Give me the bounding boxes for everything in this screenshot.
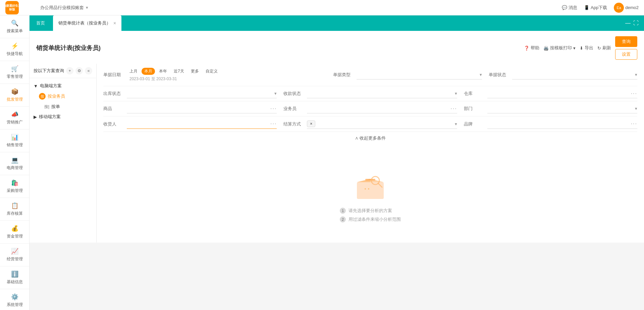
sidebar-item-marketing[interactable]: 📣 营销推广 (0, 107, 29, 130)
sidebar-item-search-menu[interactable]: 🔍 搜索菜单 (0, 15, 29, 38)
filter-out-status-label: 出库状态 (103, 91, 127, 97)
print-button[interactable]: 🖨️ 按模板打印 ▾ (543, 45, 576, 51)
empty-hints: 1 请先选择要分析的方案 2 用过滤条件来缩小分析范围 (340, 208, 401, 222)
tree-group-mobile-arrow-icon: ▶ (34, 114, 37, 119)
filter-payment-method-control[interactable]: × ▾ (307, 119, 457, 129)
refresh-button[interactable]: ↻ 刷新 (597, 45, 611, 51)
tab-maximize-icon[interactable]: ⛶ (633, 20, 639, 26)
filter-receiver-item: 收货人 ··· (103, 119, 277, 129)
tree-subitem-by-order[interactable]: 按| 按单 (30, 102, 96, 112)
date-tab-last-month[interactable]: 上月 (127, 68, 140, 75)
date-tab-last-7days[interactable]: 近7天 (171, 68, 187, 75)
empty-hint-1: 1 请先选择要分析的方案 (340, 208, 401, 214)
sidebar-item-operation[interactable]: 📈 经营管理 (0, 244, 29, 266)
filter-panel: 单据日期 上月 本月 本年 近7天 更多 自定义 (97, 64, 644, 149)
tab-close-icon[interactable]: × (113, 20, 116, 26)
user-area[interactable]: Ea demo2 (614, 3, 639, 13)
sidebar-item-finance[interactable]: 💰 资金管理 (0, 221, 29, 244)
date-range-text: 2023-03-01 至 2023-03-31 (129, 76, 177, 82)
settings-button[interactable]: 设置 (615, 49, 637, 60)
tree-item-by-staff[interactable]: 按 按业务员 (30, 91, 96, 102)
date-tab-more[interactable]: 更多 (188, 68, 202, 75)
sidebar-item-basic[interactable]: ℹ️ 基础信息 (0, 266, 29, 289)
filter-brand-label: 品牌 (464, 121, 487, 127)
basic-icon: ℹ️ (11, 270, 18, 278)
content-area: 首页 销货单统计表（按业务员） × — ⛶ 销货单统计表(按业务员) ❓ (30, 15, 644, 310)
sidebar-item-wholesale[interactable]: 📦 批发管理 (0, 84, 29, 107)
sidebar-item-purchase[interactable]: 🛍️ 采购管理 (0, 175, 29, 198)
sidebar-item-quick-nav[interactable]: ⚡ 快捷导航 (0, 38, 29, 61)
filter-product-control[interactable]: ··· (127, 104, 277, 113)
print-arrow-icon: ▾ (573, 46, 576, 51)
brand-dots-icon: ··· (631, 121, 637, 127)
filter-brand-control[interactable]: ··· (487, 119, 637, 129)
print-icon: 🖨️ (543, 46, 549, 51)
sidebar-item-ecommerce[interactable]: 💻 电商管理 (0, 152, 29, 175)
help-icon: ❓ (524, 46, 529, 51)
receiver-dots-icon: ··· (270, 121, 277, 127)
filter-receiver-control[interactable]: ··· (127, 119, 277, 129)
filter-staff-label: 业务员 (283, 106, 307, 112)
date-tab-this-month[interactable]: 本月 (142, 68, 155, 75)
tree-group-mobile-header[interactable]: ▶ 移动端方案 (30, 112, 96, 122)
payment-method-tag-close-icon[interactable]: × (310, 121, 312, 126)
collapse-conditions-button[interactable]: ∧ 收起更多条件 (355, 135, 386, 141)
tab-home[interactable]: 首页 (30, 15, 52, 31)
operation-icon: 📈 (11, 248, 18, 255)
app-download-button[interactable]: 📱 App下载 (584, 5, 607, 11)
sidebar-item-inventory[interactable]: 📋 库存核算 (0, 198, 29, 221)
filter-out-status-control[interactable]: ▾ (127, 89, 277, 98)
filter-payment-status-control[interactable]: ▾ (307, 89, 457, 98)
app-selector[interactable]: 办公用品行业模拟账套 ▾ (35, 5, 562, 11)
filter-date-item: 单据日期 上月 本月 本年 近7天 更多 自定义 (103, 66, 326, 83)
filter-dept-control[interactable]: ▾ (487, 104, 637, 113)
out-status-arrow-icon: ▾ (274, 91, 277, 96)
scheme-settings-button[interactable]: ⚙ (75, 67, 83, 74)
payment-method-arrow-icon: ▾ (455, 121, 457, 126)
message-icon: 💬 (562, 5, 567, 10)
filter-doc-type-control[interactable]: ▾ (357, 70, 482, 80)
filter-warehouse-label: 仓库 (464, 91, 487, 97)
logo-area: 畅捷通好生意 标版 (5, 1, 35, 14)
sidebar-item-retail[interactable]: 🛒 零售管理 (0, 61, 29, 84)
tab-active[interactable]: 销货单统计表（按业务员） × (53, 15, 121, 31)
download-icon: 📱 (584, 5, 589, 10)
filter-doc-status-item: 单据状态 ▾ (489, 70, 637, 80)
scheme-add-button[interactable]: + (66, 67, 73, 74)
filter-doc-status-control[interactable]: ▾ (512, 70, 637, 80)
tree-group-pc-header[interactable]: ▼ 电脑端方案 (30, 81, 96, 91)
warehouse-dots-icon: ··· (631, 91, 637, 97)
filter-row-3: 商品 ··· 业务员 ··· (103, 101, 637, 116)
query-button[interactable]: 查询 (615, 36, 637, 47)
product-dots-icon: ··· (270, 106, 277, 112)
filter-row-4: 收货人 ··· 结算方式 × (103, 116, 637, 132)
filter-payment-status-item: 收款状态 ▾ (283, 89, 457, 98)
main-layout: 🔍 搜索菜单 ⚡ 快捷导航 🛒 零售管理 📦 批发管理 📣 营销推广 📊 销售管… (0, 15, 644, 310)
scheme-panel: 按以下方案查询 + ⚙ « ▼ 电脑端方案 (30, 64, 97, 243)
tab-actions: — ⛶ (625, 20, 644, 26)
sidebar-item-sales[interactable]: 📊 销售管理 (0, 130, 29, 152)
page-header: 销货单统计表(按业务员) ❓ 帮助 🖨️ 按模板打印 ▾ ⬇ (30, 31, 644, 64)
help-button[interactable]: ❓ 帮助 (524, 45, 539, 51)
wholesale-icon: 📦 (11, 88, 18, 95)
tree-group-pc-arrow-icon: ▼ (34, 84, 38, 89)
filter-warehouse-control[interactable]: ··· (487, 89, 637, 98)
app-selector-text: 办公用品行业模拟账套 (40, 5, 84, 11)
message-button[interactable]: 💬 消息 (562, 5, 577, 11)
filter-dept-label: 部门 (464, 106, 487, 112)
filter-results-area: 单据日期 上月 本月 本年 近7天 更多 自定义 (97, 64, 644, 243)
content-split: 按以下方案查询 + ⚙ « ▼ 电脑端方案 (30, 64, 644, 243)
sidebar-item-system[interactable]: ⚙️ 系统管理 (0, 289, 29, 310)
filter-doc-status-label: 单据状态 (489, 72, 512, 78)
scheme-header: 按以下方案查询 + ⚙ « (30, 64, 96, 78)
filter-product-label: 商品 (103, 106, 127, 112)
filter-doc-type-label: 单据类型 (333, 72, 357, 78)
tree-group-mobile-label: 移动端方案 (39, 114, 61, 120)
date-tab-custom[interactable]: 自定义 (203, 68, 220, 75)
export-button[interactable]: ⬇ 导出 (580, 45, 593, 51)
filter-staff-control[interactable]: ··· (307, 104, 457, 113)
scheme-collapse-button[interactable]: « (85, 67, 92, 74)
tab-minimize-icon[interactable]: — (625, 20, 631, 26)
system-icon: ⚙️ (11, 293, 18, 301)
date-tab-this-year[interactable]: 本年 (156, 68, 170, 75)
